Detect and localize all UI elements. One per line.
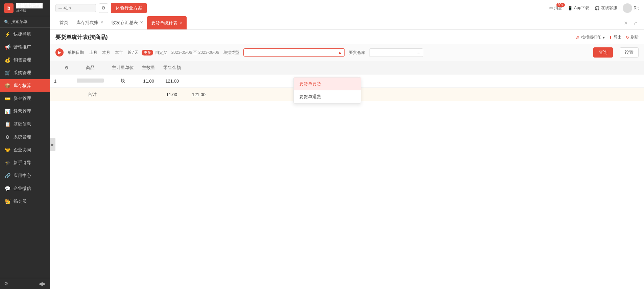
tab-inventory-batch[interactable]: 库存批次账✕ — [72, 16, 108, 29]
trial-button[interactable]: 体验行业方案 — [111, 3, 147, 13]
member-label: 畅会员 — [14, 198, 27, 204]
finance-label: 资金管理 — [14, 95, 31, 102]
settings-footer-icon[interactable]: ⚙ — [4, 281, 8, 286]
finance-icon: 💳 — [4, 96, 11, 101]
sidebar-logo: b 畅捷通好生意 标准版 — [0, 0, 50, 16]
guide-icon: 🎓 — [4, 160, 11, 165]
print-template-label: 按模板打印 — [581, 35, 601, 40]
sidebar-item-sales[interactable]: 💰 销售管理 — [0, 53, 50, 66]
date-recent-button[interactable]: 近7天 — [126, 49, 140, 56]
store-selector[interactable]: — 41 ▾ — [55, 4, 96, 12]
wechat-icon: 💬 — [4, 186, 11, 191]
table-header-row: ⚙ 商品 主计量单位 主数量 零售金额 — [50, 61, 644, 74]
sales-icon: 💰 — [4, 57, 11, 63]
query-button[interactable]: 查询 — [593, 47, 613, 58]
operation-icon: 📊 — [4, 109, 11, 114]
tab-maximize-button[interactable]: ⤢ — [632, 20, 639, 26]
store-number: 41 — [64, 6, 68, 10]
member-icon: 👑 — [4, 199, 11, 204]
sidebar-item-enterprise[interactable]: 🤝 企业协同 — [0, 143, 50, 156]
enterprise-label: 企业协同 — [14, 147, 31, 153]
sidebar-item-system[interactable]: ⚙ 系统管理 — [0, 131, 50, 143]
online-service-item[interactable]: 🎧 在线客服 — [595, 5, 617, 11]
basic-label: 基础信息 — [14, 121, 31, 127]
date-year-button[interactable]: 本年 — [114, 49, 124, 56]
tabbar: 首页库存批次账✕收发存汇总表✕要货单统计表✕ ✕ ⤢ — [50, 16, 644, 30]
print-chevron-icon: ▾ — [603, 35, 605, 40]
wechat-label: 企业微信 — [14, 185, 31, 192]
message-icon: ✉ — [549, 6, 553, 10]
tab-close-inventory-batch[interactable]: ✕ — [100, 20, 103, 25]
print-template-button[interactable]: 🖨 按模板打印 ▾ — [576, 35, 605, 40]
sidebar-item-inventory[interactable]: 📦 库存核算 — [0, 79, 50, 92]
sidebar-item-wechat[interactable]: 💬 企业微信 — [0, 182, 50, 195]
type-dropdown-menu: 要货单要货 要货单退货 — [293, 77, 361, 104]
user-name: Rit — [634, 6, 639, 10]
user-avatar — [623, 3, 632, 13]
type-input-container[interactable]: ▲ — [243, 48, 345, 57]
sidebar-item-marketing[interactable]: 📢 营销推广 — [0, 41, 50, 53]
sidebar-item-basic[interactable]: 📋 基础信息 — [0, 118, 50, 131]
message-badge: 99+ — [556, 3, 565, 7]
appstore-icon: 🔗 — [4, 173, 11, 178]
footer-quantity: 11.00 — [158, 92, 185, 97]
col-settings-icon[interactable]: ⚙ — [61, 61, 73, 74]
tab-close-button[interactable]: ✕ — [622, 20, 629, 26]
date-prev-button[interactable]: 上月 — [88, 49, 99, 56]
topbar: — 41 ▾ ⚙ 体验行业方案 ✉ 消息 99+ 📱 App下载 🎧 在线客服 — [50, 0, 644, 16]
search-icon: 🔍 — [4, 20, 9, 24]
app-download-item[interactable]: 📱 App下载 — [568, 5, 589, 11]
tab-label-order-stats: 要货单统计表 — [151, 20, 177, 26]
warehouse-more-icon: ··· — [416, 50, 420, 55]
footer-amount: 121.00 — [185, 92, 212, 97]
refresh-button[interactable]: ↻ 刷新 — [626, 35, 639, 40]
operation-label: 经营管理 — [14, 108, 31, 114]
sidebar-collapse-button[interactable]: ▶ — [50, 138, 55, 151]
message-item[interactable]: ✉ 消息 99+ — [549, 5, 562, 11]
system-label: 系统管理 — [14, 134, 31, 140]
filter-expand-button[interactable]: ▶ — [55, 48, 64, 57]
tab-close-order-stats[interactable]: ✕ — [180, 21, 183, 25]
tab-window-buttons: ✕ ⤢ — [622, 20, 639, 26]
cell-seq: 1 — [50, 74, 61, 88]
tab-close-shipment-summary[interactable]: ✕ — [140, 20, 143, 25]
logo-icon: b — [4, 3, 14, 13]
page-actions: 🖨 按模板打印 ▾ ⬇ 导出 ↻ 刷新 — [576, 35, 639, 40]
app-download-icon: 📱 — [568, 6, 573, 10]
warehouse-label: 要货仓库 — [349, 50, 365, 55]
online-service-label: 在线客服 — [601, 5, 617, 11]
collapse-footer-icon[interactable]: ◀▶ — [39, 281, 46, 286]
date-more-button[interactable]: 更多 — [142, 50, 153, 55]
tab-home[interactable]: 首页 — [55, 16, 72, 29]
sidebar-item-guide[interactable]: 🎓 新手引导 — [0, 156, 50, 169]
service-icon: 🎧 — [595, 6, 600, 10]
export-button[interactable]: ⬇ 导出 — [609, 35, 622, 40]
type-chevron-icon[interactable]: ▲ — [338, 50, 342, 55]
warehouse-input[interactable]: ··· — [369, 48, 423, 57]
col-amount: 零售金额 — [159, 61, 185, 74]
sidebar-item-member[interactable]: 👑 畅会员 — [0, 195, 50, 208]
col-seq — [50, 61, 61, 74]
user-avatar-item[interactable]: Rit — [623, 3, 639, 13]
sidebar-item-finance[interactable]: 💳 资金管理 — [0, 92, 50, 105]
type-input[interactable] — [246, 50, 338, 55]
sidebar-search[interactable]: 🔍 搜索菜单 — [0, 16, 50, 28]
topbar-gear-button[interactable]: ⚙ — [99, 3, 108, 13]
sidebar-item-purchase[interactable]: 🛒 采购管理 — [0, 66, 50, 79]
dropdown-item-order-goods[interactable]: 要货单要货 — [294, 77, 361, 90]
sidebar-item-appstore[interactable]: 🔗 应用中心 — [0, 169, 50, 182]
system-icon: ⚙ — [4, 134, 11, 140]
col-product: 商品 — [73, 61, 108, 74]
tab-shipment-summary[interactable]: 收发存汇总表✕ — [108, 16, 147, 29]
marketing-label: 营销推广 — [14, 44, 31, 50]
dropdown-item-order-return[interactable]: 要货单退货 — [294, 90, 361, 103]
sidebar-item-operation[interactable]: 📊 经营管理 — [0, 105, 50, 118]
col-extra — [185, 61, 644, 74]
cell-unit: 块 — [108, 74, 138, 88]
sidebar-item-quick-nav[interactable]: ⚡ 快捷导航 — [0, 28, 50, 41]
tab-order-stats[interactable]: 要货单统计表✕ — [147, 16, 187, 29]
settings-button[interactable]: 设置 — [620, 47, 639, 58]
purchase-icon: 🛒 — [4, 70, 11, 75]
date-cur-button[interactable]: 本月 — [101, 49, 112, 56]
date-custom-button[interactable]: 自定义 — [155, 50, 167, 55]
